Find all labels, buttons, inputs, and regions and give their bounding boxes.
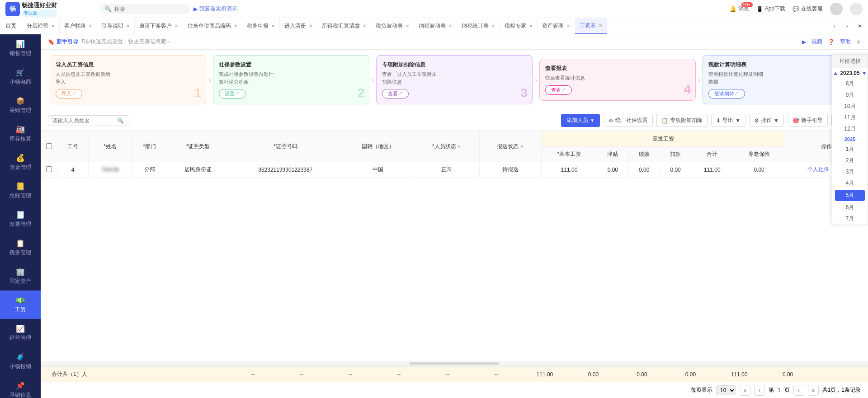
msg-button[interactable]: 🔔 消息 99+ (730, 5, 749, 13)
sidebar-item-invoice[interactable]: 🧾发票管理 (0, 205, 41, 234)
app-download-button[interactable]: 📱 App下载 (756, 5, 785, 13)
personal-insurance-link[interactable]: 个人社保 (807, 166, 829, 173)
nav-tab-natong[interactable]: 纳税统计表✕ (457, 18, 500, 34)
scrollbar-thumb[interactable] (409, 362, 500, 365)
add-person-button[interactable]: 添加人员 ▼ (561, 114, 600, 127)
last-page-button[interactable]: » (808, 385, 819, 396)
nav-tab-shuifu[interactable]: 税负波动表✕ (371, 18, 414, 34)
nav-tab-shuijian[interactable]: 税检专家✕ (500, 18, 538, 34)
month-item-11[interactable]: 11月 (832, 112, 868, 123)
month-item-3[interactable]: 3月 (832, 166, 868, 178)
sidebar-item-ecommerce[interactable]: 🛒小畅电商 (0, 63, 41, 91)
year-down-icon[interactable]: ▼ (862, 70, 867, 76)
employee-search-wrap[interactable]: 🔍 (48, 115, 129, 126)
status-filter-icon[interactable]: ▼ (457, 144, 462, 149)
basic-icon: 📌 (16, 381, 25, 390)
guide-video-label[interactable]: 视频 (811, 38, 822, 46)
close-icon[interactable]: ✕ (89, 23, 92, 28)
search-input[interactable] (114, 6, 178, 12)
sidebar-item-salary[interactable]: 💵工资 (0, 290, 41, 319)
step-4-btn[interactable]: 查看↗ (545, 85, 572, 95)
close-icon[interactable]: ✕ (51, 23, 55, 28)
month-item-4[interactable]: 4月 (832, 178, 868, 189)
th-checkbox[interactable] (41, 131, 57, 162)
avatar[interactable] (830, 3, 843, 15)
close-icon[interactable]: ✕ (126, 23, 130, 28)
step-1-btn[interactable]: 导入↗ (56, 89, 82, 98)
version-badge: 专业版 (22, 9, 57, 17)
nav-tab-gongzi[interactable]: 工资表✕ (575, 18, 607, 34)
nav-tab-yindao[interactable]: 引导说明✕ (97, 18, 135, 34)
nav-tab-fenceng[interactable]: 分层经营✕ (22, 18, 60, 34)
sidebar-item-purchase[interactable]: 📦采购管理 (0, 91, 41, 120)
select-all-checkbox[interactable] (46, 143, 52, 149)
close-icon[interactable]: ✕ (529, 23, 533, 28)
guide-close-icon[interactable]: ✕ (856, 39, 861, 45)
sidebar-item-assets[interactable]: 🏢固定资产 (0, 262, 41, 290)
page-size-select[interactable]: 10 20 50 (716, 385, 736, 395)
close-icon[interactable]: ✕ (234, 23, 237, 28)
sidebar-item-operations[interactable]: 📈经营管理 (0, 319, 41, 347)
export-button[interactable]: ⬇ 导出 ▼ (711, 114, 745, 127)
nav-tab-qingce[interactable]: 进入清册✕ (280, 18, 317, 34)
year-up-icon[interactable]: ▲ (833, 70, 838, 76)
month-item-1[interactable]: 1月 (832, 144, 868, 155)
row-checkbox-cell[interactable] (41, 162, 57, 178)
month-item-7[interactable]: 7月 (832, 213, 868, 225)
report-filter-icon[interactable]: ▼ (519, 144, 524, 149)
close-icon[interactable]: ✕ (363, 23, 366, 28)
nav-tab-invite[interactable]: 邀请下游客户✕ (135, 18, 183, 34)
nav-close-all[interactable]: ✕ (855, 22, 864, 31)
nav-tab-kehu[interactable]: 客户联络✕ (60, 18, 97, 34)
prev-page-button[interactable]: ‹ (754, 385, 765, 396)
month-item-2[interactable]: 2月 (832, 155, 868, 166)
close-icon[interactable]: ✕ (448, 23, 452, 28)
nav-tab-zichan[interactable]: 资产管理✕ (538, 18, 575, 34)
nav-home[interactable]: 首页 (0, 18, 22, 34)
special-deduction-button[interactable]: 📋 专项附加扣除 (656, 114, 708, 127)
nav-right-arrow[interactable]: › (843, 22, 852, 31)
close-icon[interactable]: ✕ (406, 23, 409, 28)
month-item-12[interactable]: 12月 (832, 123, 868, 135)
sidebar-item-ledger[interactable]: 📒总账管理 (0, 177, 41, 205)
month-item-6[interactable]: 6月 (832, 202, 868, 213)
guide-help-label[interactable]: 帮助 (840, 38, 851, 46)
sidebar-item-expense[interactable]: 🧳小畅报销 (0, 347, 41, 376)
sidebar-item-tax[interactable]: 📋税务管理 (0, 234, 41, 262)
nav-left-arrow[interactable]: ‹ (830, 22, 839, 31)
sidebar-item-basic[interactable]: 📌基础信息 (0, 376, 41, 398)
close-icon[interactable]: ✕ (566, 23, 570, 28)
close-icon[interactable]: ✕ (271, 23, 275, 28)
social-insurance-settings-button[interactable]: ⚙ 统一社保设置 (604, 114, 653, 127)
month-item-9[interactable]: 9月 (832, 89, 868, 101)
close-icon[interactable]: ✕ (175, 23, 178, 28)
sidebar-item-finance[interactable]: 💰资金管理 (0, 148, 41, 177)
step-3-btn[interactable]: 查看↗ (382, 89, 409, 98)
close-icon-active[interactable]: ✕ (599, 23, 602, 28)
next-page-button[interactable]: › (793, 385, 804, 396)
step-5-btn[interactable]: 敬请期待↗ (708, 89, 745, 98)
month-item-10[interactable]: 10月 (832, 101, 868, 112)
month-item-5-active[interactable]: 5月 (835, 190, 865, 201)
user-icon[interactable] (850, 3, 863, 15)
row-checkbox[interactable] (46, 166, 52, 172)
demo-link[interactable]: ▶ 我要看实例演示 (193, 5, 237, 13)
first-page-button[interactable]: « (740, 385, 750, 396)
nav-tab-nadong[interactable]: 纳税波动表✕ (414, 18, 457, 34)
step-2-btn[interactable]: 设置↗ (219, 89, 245, 98)
close-icon[interactable]: ✕ (491, 23, 495, 28)
row-status: 正常 (414, 162, 479, 178)
month-item-8[interactable]: 8月 (832, 78, 868, 89)
nav-tab-wanglai[interactable]: 往来单位商品编码✕ (183, 18, 242, 34)
operation-button[interactable]: ⚙ 操作 ▼ (749, 114, 784, 127)
close-icon[interactable]: ✕ (309, 23, 312, 28)
nav-tab-shuiwu[interactable]: 税务申报✕ (242, 18, 280, 34)
search-input-wrap[interactable]: 🔍 (99, 4, 190, 14)
online-service-button[interactable]: 💬 在线客服 (793, 5, 823, 13)
employee-search-input[interactable] (52, 117, 115, 124)
sidebar-item-inventory[interactable]: 🏭库存核算 (0, 120, 41, 148)
newbie-guide-button[interactable]: 🎯 新手引导 (788, 114, 828, 127)
sidebar-item-sales[interactable]: 📊销售管理 (0, 34, 41, 63)
nav-tab-suode[interactable]: 所得税汇算清缴✕ (317, 18, 371, 34)
horizontal-scrollbar[interactable] (41, 361, 868, 366)
